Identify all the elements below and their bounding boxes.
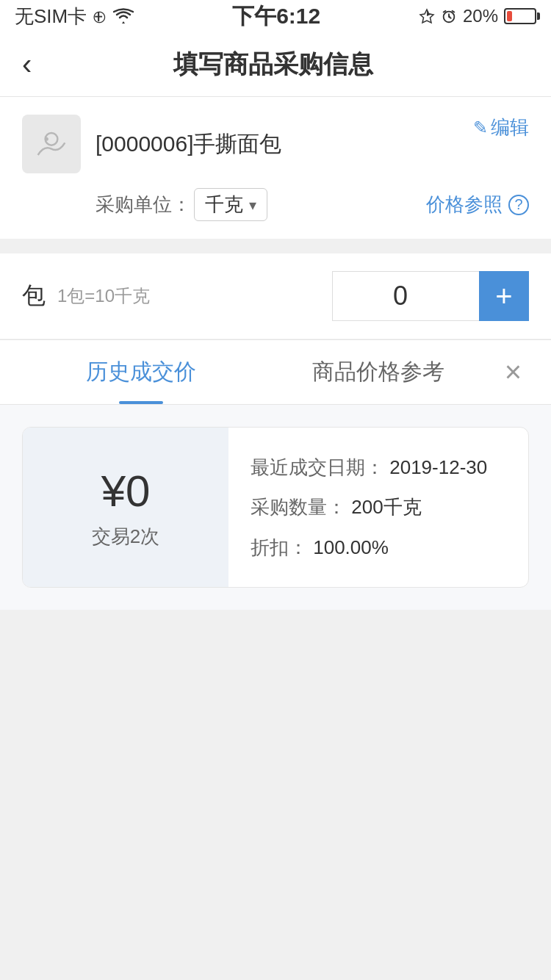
quantity-section: 包 1包=10千克 + <box>0 253 551 339</box>
purchase-qty-row: 采购数量： 200千克 <box>251 494 506 520</box>
quantity-input[interactable] <box>332 271 479 321</box>
recent-date-label: 最近成交日期： <box>251 456 384 478</box>
discount-row: 折扣： 100.00% <box>251 534 506 561</box>
product-left: [0000006]手撕面包 <box>22 115 281 173</box>
price-ref-tabs: 历史成交价 商品价格参考 × <box>0 340 551 405</box>
quantity-row: 包 1包=10千克 + <box>0 253 551 339</box>
quantity-input-wrap: + <box>332 271 529 321</box>
panel-close-button[interactable]: × <box>497 348 529 396</box>
unit-field: 采购单位： 千克 ▾ <box>96 188 267 221</box>
purchase-qty-value: 200千克 <box>351 496 421 518</box>
carrier-text: 无SIM卡 ⊕ <box>15 4 107 29</box>
price-ref-button[interactable]: 价格参照 ? <box>426 192 529 217</box>
recent-date-row: 最近成交日期： 2019-12-30 <box>251 454 506 480</box>
status-time: 下午6:12 <box>232 1 320 32</box>
price-trade-count: 交易2次 <box>92 524 159 550</box>
recent-date-value: 2019-12-30 <box>389 456 487 478</box>
tab-product-label: 商品价格参考 <box>312 357 444 387</box>
product-unit-row: 采购单位： 千克 ▾ 价格参照 ? <box>22 188 529 221</box>
edit-icon: ✎ <box>473 118 488 138</box>
location-icon <box>419 8 435 24</box>
unit-select[interactable]: 千克 ▾ <box>194 188 267 221</box>
unit-dropdown-arrow: ▾ <box>249 196 256 214</box>
price-ref-info-icon: ? <box>508 195 529 215</box>
price-card-right: 最近成交日期： 2019-12-30 采购数量： 200千克 折扣： 100.0… <box>228 428 528 587</box>
price-ref-panel: 历史成交价 商品价格参考 × ¥0 交易2次 最近成交日期： 2019-12-3… <box>0 339 551 610</box>
price-card-left: ¥0 交易2次 <box>23 428 228 587</box>
tab-historical-price[interactable]: 历史成交价 <box>22 340 259 404</box>
product-header: [0000006]手撕面包 ✎ 编辑 <box>22 115 529 173</box>
quantity-conversion: 1包=10千克 <box>57 284 332 308</box>
product-thumbnail <box>22 115 81 173</box>
price-value: ¥0 <box>101 466 151 516</box>
wifi-icon <box>113 8 134 24</box>
battery-icon <box>504 8 536 24</box>
price-card: ¥0 交易2次 最近成交日期： 2019-12-30 采购数量： 200千克 折… <box>22 427 529 588</box>
alarm-icon <box>441 8 457 24</box>
status-left: 无SIM卡 ⊕ <box>15 4 134 29</box>
discount-label: 折扣： <box>251 536 308 558</box>
svg-point-2 <box>45 137 48 141</box>
page-title: 填写商品采购信息 <box>46 48 500 82</box>
back-button[interactable]: ‹ <box>22 48 32 81</box>
edit-label: 编辑 <box>491 115 529 140</box>
unit-value: 千克 <box>205 192 243 217</box>
discount-value: 100.00% <box>313 536 389 558</box>
section-divider <box>0 239 551 253</box>
status-bar: 无SIM卡 ⊕ 下午6:12 20% <box>0 0 551 32</box>
price-card-area: ¥0 交易2次 最近成交日期： 2019-12-30 采购数量： 200千克 折… <box>0 405 551 610</box>
bottom-content <box>0 610 551 980</box>
edit-button[interactable]: ✎ 编辑 <box>473 115 529 140</box>
quantity-plus-button[interactable]: + <box>479 271 529 321</box>
product-name: [0000006]手撕面包 <box>96 129 281 159</box>
nav-bar: ‹ 填写商品采购信息 <box>0 32 551 97</box>
quantity-unit-label: 包 <box>22 280 46 312</box>
status-right: 20% <box>419 6 536 26</box>
purchase-qty-label: 采购数量： <box>251 496 346 518</box>
product-section: [0000006]手撕面包 ✎ 编辑 采购单位： 千克 ▾ 价格参照 ? <box>0 97 551 239</box>
tab-product-price-ref[interactable]: 商品价格参考 <box>259 340 497 404</box>
unit-label-text: 采购单位： <box>96 193 191 215</box>
price-ref-label: 价格参照 <box>426 192 503 217</box>
product-image-icon <box>33 126 70 162</box>
battery-percent: 20% <box>463 6 498 26</box>
tab-historical-label: 历史成交价 <box>86 357 196 387</box>
